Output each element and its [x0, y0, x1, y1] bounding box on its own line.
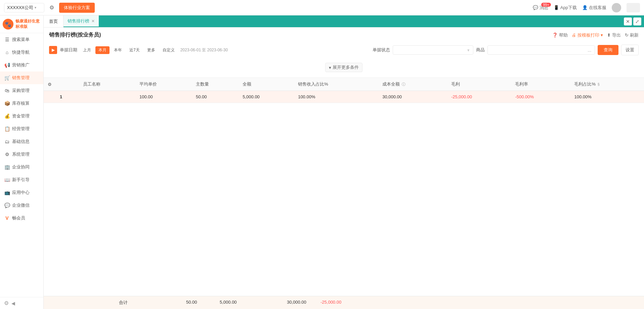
sidebar-item-quick-nav[interactable]: ⌂ 快捷导航 — [0, 46, 43, 59]
sidebar-label-guide: 新手引导 — [12, 177, 30, 183]
sidebar-item-collab[interactable]: 🏢 企业协同 — [0, 161, 43, 173]
col-gross: 毛利 — [447, 78, 511, 91]
footer-settings — [48, 300, 81, 306]
goods-filter-label: 商品 — [476, 47, 485, 53]
row-settings — [44, 91, 56, 103]
sidebar-item-finance[interactable]: 💰 资金管理 — [0, 110, 43, 122]
member-icon: V — [4, 215, 10, 221]
sidebar-footer: ⚙ ◀ — [0, 297, 43, 309]
filter-bar: ▶ 单据日期 上月 本月 本年 近7天 更多 自定义 2023-06-01 至 … — [44, 41, 644, 78]
company-selector[interactable]: XXXXXX公司 ▾ — [4, 3, 44, 12]
sidebar-label-system: 系统管理 — [12, 151, 30, 157]
date-btn-custom[interactable]: 自定义 — [160, 46, 178, 54]
footer-gross: -25,000.00 — [316, 300, 350, 306]
settings-icon[interactable]: ⚙ — [47, 3, 56, 12]
basic-icon: 🗂 — [4, 139, 10, 145]
footer-gross-pct — [384, 300, 417, 306]
doc-status-value — [396, 47, 465, 53]
col-settings[interactable]: ⚙ — [44, 78, 56, 91]
data-table: ⚙ 员工名称 平均单价 主数量 全额 销售收入占比% 成本全额 ⓘ 毛利 — [44, 78, 644, 103]
company-chevron-icon: ▾ — [35, 6, 36, 9]
page-actions: ❓ 帮助 🖨 按模板打印 ▾ ⬆ 导出 ↻ 刷新 — [552, 32, 639, 38]
sidebar-label-search: 搜索菜单 — [12, 37, 30, 43]
col-employee: 员工名称 — [79, 78, 135, 91]
sidebar-settings-icon[interactable]: ⚙ — [4, 300, 9, 306]
sidebar-collapse-icon[interactable]: ◀ — [11, 301, 15, 306]
doc-status-selector[interactable]: ▾ — [393, 45, 473, 55]
sidebar-item-marketing[interactable]: 📢 营销推广 — [0, 59, 43, 71]
logo-text-line1: 畅康通好生意 — [15, 19, 40, 24]
sidebar-item-sales[interactable]: 🛒 销售管理 — [0, 71, 43, 84]
date-btn-this-year[interactable]: 本年 — [111, 46, 125, 54]
logo-text-line2: 标准版 — [15, 24, 40, 30]
sidebar-item-operations[interactable]: 📋 经营管理 — [0, 122, 43, 135]
logo-icon: 🐾 — [3, 19, 13, 30]
date-btn-more[interactable]: 更多 — [144, 46, 158, 54]
collab-icon: 🏢 — [4, 164, 10, 170]
date-btn-7days[interactable]: 近7天 — [126, 46, 143, 54]
help-icon: ❓ — [552, 33, 558, 38]
help-button[interactable]: ❓ 帮助 — [552, 32, 568, 38]
date-range-display: 2023-06-01 至 2023-06-30 — [180, 47, 228, 53]
export-button[interactable]: ⬆ 导出 — [607, 32, 621, 38]
tab-home[interactable]: 首页 — [44, 15, 63, 27]
search-icon: ☰ — [4, 37, 10, 43]
app-download-button[interactable]: 📱 App下载 — [554, 5, 577, 11]
sidebar-label-collab: 企业协同 — [12, 164, 30, 170]
message-icon: 💬 — [533, 5, 538, 10]
sidebar-item-member[interactable]: V 畅会员 — [0, 212, 43, 224]
col-gross-pct: 毛利占比% § — [570, 78, 644, 91]
sidebar-item-system[interactable]: ⚙ 系统管理 — [0, 148, 43, 161]
sidebar-label-finance: 资金管理 — [12, 113, 30, 119]
gross-pct-info-icon[interactable]: § — [598, 82, 600, 86]
sidebar-label-sales: 销售管理 — [12, 75, 30, 81]
row-gross-rate: -500.00% — [511, 91, 570, 103]
refresh-button[interactable]: ↻ 刷新 — [625, 32, 639, 38]
date-btn-this-month[interactable]: 本月 — [95, 46, 110, 54]
goods-selector[interactable]: ... — [487, 45, 595, 55]
refresh-icon: ↻ — [625, 33, 629, 38]
col-cost: 成本全额 ⓘ — [378, 78, 447, 91]
avatar[interactable] — [612, 3, 621, 12]
avatar-name — [627, 3, 640, 12]
cost-info-icon[interactable]: ⓘ — [402, 82, 405, 86]
tab-close-icon[interactable]: ✕ — [91, 19, 95, 23]
sidebar-item-apps[interactable]: 📺 应用中心 — [0, 186, 43, 199]
sidebar-item-search[interactable]: ☰ 搜索菜单 — [0, 33, 43, 46]
col-amount: 全额 — [239, 78, 294, 91]
window-expand-button[interactable]: ⤢ — [633, 17, 641, 25]
sales-icon: 🛒 — [4, 75, 10, 81]
apps-icon: 📺 — [4, 190, 10, 196]
window-close-button[interactable]: ✕ — [624, 17, 632, 25]
table-row: 1 100.00 50.00 5,000.00 100.00% 30,000.0… — [44, 91, 644, 103]
settings-panel-button[interactable]: 设置 — [621, 45, 639, 55]
print-button[interactable]: 🖨 按模板打印 ▾ — [572, 32, 603, 38]
sidebar-item-basic[interactable]: 🗂 基础信息 — [0, 135, 43, 148]
messages-button[interactable]: 💬 消息 99+ — [533, 5, 548, 11]
date-btn-last-month[interactable]: 上月 — [80, 46, 94, 54]
online-service-button[interactable]: 👤 在线客服 — [582, 5, 606, 11]
page-title: 销售排行榜(按业务员) — [49, 32, 101, 39]
sidebar-item-inventory[interactable]: 📦 库存核算 — [0, 97, 43, 110]
footer-amount: 5,000.00 — [216, 300, 249, 306]
sidebar-item-wechat[interactable]: 💬 企业微信 — [0, 199, 43, 212]
marketing-icon: 📢 — [4, 62, 10, 68]
system-icon: ⚙ — [4, 151, 10, 157]
trial-button[interactable]: 体验行业方案 — [59, 3, 95, 13]
tab-label: 销售排行榜 — [68, 18, 89, 24]
col-sales-pct: 销售收入占比% — [294, 78, 378, 91]
home-icon: ⌂ — [4, 49, 10, 55]
filter-toggle-icon[interactable]: ▶ — [49, 46, 57, 54]
sidebar-item-purchase[interactable]: 🛍 采购管理 — [0, 84, 43, 97]
sidebar-item-guide[interactable]: 📖 新手引导 — [0, 173, 43, 186]
tab-bar: 首页 销售排行榜 ✕ ✕ ⤢ — [44, 15, 644, 28]
tab-sales-ranking[interactable]: 销售排行榜 ✕ — [63, 15, 99, 27]
query-button[interactable]: 查询 — [598, 45, 618, 55]
page-header: 销售排行榜(按业务员) ❓ 帮助 🖨 按模板打印 ▾ ⬆ 导出 — [44, 28, 644, 41]
print-icon: 🖨 — [572, 33, 576, 38]
col-quantity: 主数量 — [192, 78, 239, 91]
goods-more-icon: ... — [588, 48, 591, 53]
col-rank — [56, 78, 79, 91]
operations-icon: 📋 — [4, 126, 10, 132]
expand-more-button[interactable]: ▾ 展开更多条件 — [325, 63, 362, 72]
